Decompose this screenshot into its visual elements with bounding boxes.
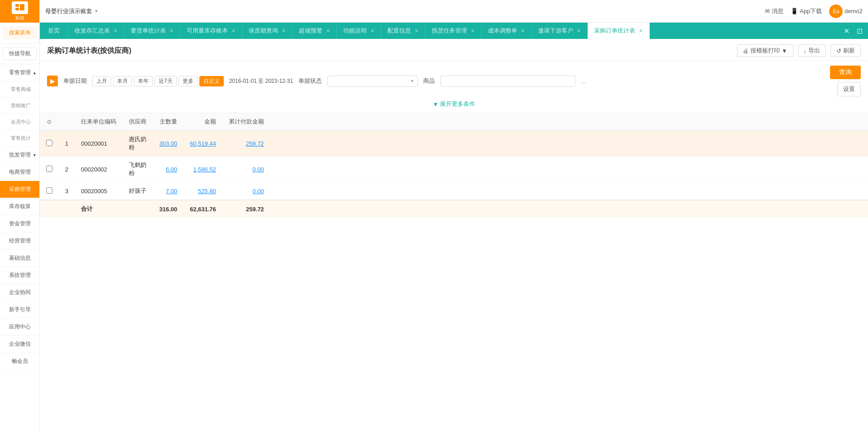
account-selector[interactable]: 母婴行业演示账套 ▼ — [45, 7, 99, 15]
refresh-button[interactable]: ↺ 刷新 — [830, 44, 861, 57]
page-title: 采购订单统计表(按供应商) — [47, 46, 132, 56]
search-menu-button[interactable]: 搜索菜单 — [3, 26, 37, 39]
cell-quantity[interactable]: 303.00 — [153, 131, 184, 157]
tab-peizhi[interactable]: 配置信息 ✕ — [381, 23, 425, 39]
sidebar-item-wechat[interactable]: 企业微信 — [0, 336, 39, 353]
cell-extra — [270, 131, 868, 157]
tab-baozhi[interactable]: 保质期查询 ✕ — [242, 23, 292, 39]
sidebar-item-appcenter[interactable]: 应用中心 — [0, 319, 39, 336]
filter-expand-row: ▼ 展开更多条件 — [47, 100, 861, 108]
tab-caigoudantongji[interactable]: 采购订单统计表 ✕ — [588, 23, 650, 39]
footer-empty-3 — [123, 200, 153, 218]
date-btn-custom[interactable]: 自定义 — [199, 76, 224, 86]
nav-restore-button[interactable]: ⊡ — [855, 27, 864, 35]
cell-checkbox[interactable] — [40, 131, 59, 157]
date-btn-this-year[interactable]: 本年 — [134, 76, 153, 86]
sidebar: 标题 搜索菜单 快捷导航 零售管理 零售商城 营销推广 会员中心 零售统计 批发… — [0, 0, 40, 433]
tab-close[interactable]: ✕ — [370, 28, 374, 34]
sidebar-item-enterprise[interactable]: 企业协同 — [0, 284, 39, 301]
date-btn-this-month[interactable]: 本月 — [113, 76, 132, 86]
app-download-button[interactable]: 📱 App下载 — [791, 7, 822, 15]
sidebar-item-marketing[interactable]: 营销推广 — [0, 98, 39, 114]
tab-chaochuyujing[interactable]: 超储预警 ✕ — [292, 23, 337, 39]
cell-paid-amount[interactable]: 0.00 — [222, 157, 270, 182]
cell-paid-amount[interactable]: 0.00 — [222, 182, 270, 200]
logo[interactable]: 标题 — [0, 0, 39, 23]
export-button[interactable]: ↓ 导出 — [798, 44, 826, 57]
footer-amount: 62,631.76 — [184, 200, 222, 218]
sidebar-item-retails-shop[interactable]: 零售商城 — [0, 81, 39, 98]
goods-more-icon[interactable]: ... — [581, 78, 586, 85]
tab-pihuo[interactable]: 拣货任务管理 ✕ — [425, 23, 481, 39]
query-button[interactable]: 查询 — [830, 66, 861, 79]
footer-quantity: 316.00 — [153, 200, 184, 218]
date-btn-7days[interactable]: 近7天 — [155, 76, 177, 86]
message-icon: ✉ — [765, 8, 770, 14]
tab-shoufahuizong[interactable]: 收发存汇总表 ✕ — [68, 23, 124, 39]
date-range-display: 2016-01-01 至 2023-12-31 — [229, 77, 293, 85]
sidebar-item-operation[interactable]: 经营管理 — [0, 233, 39, 250]
tab-yaohuodangui[interactable]: 要货单统计表 ✕ — [124, 23, 180, 39]
tab-close[interactable]: ✕ — [326, 28, 330, 34]
sidebar-item-newguide[interactable]: 新手引导 — [0, 301, 39, 319]
tab-label: 可用量库存账本 — [187, 27, 228, 35]
tab-close[interactable]: ✕ — [113, 28, 118, 34]
sidebar-item-basic[interactable]: 基础信息 — [0, 250, 39, 267]
cell-unit-code: 00020001 — [75, 131, 123, 157]
footer-empty-1 — [40, 200, 59, 218]
sidebar-item-system[interactable]: 系统管理 — [0, 267, 39, 284]
date-btn-more[interactable]: 更多 — [179, 76, 198, 86]
table-settings-icon[interactable]: ⚙ — [40, 113, 59, 131]
sidebar-item-purchase[interactable]: 采购管理 — [0, 181, 39, 198]
refresh-label: 刷新 — [843, 47, 855, 55]
sidebar-item-inventory[interactable]: 库存核算 — [0, 198, 39, 215]
cell-paid-amount[interactable]: 259.72 — [222, 131, 270, 157]
tab-close[interactable]: ✕ — [471, 28, 475, 34]
filter-toggle[interactable]: ▶ — [47, 76, 58, 86]
settings-button[interactable]: 设置 — [837, 82, 861, 96]
user-profile[interactable]: Ea demo2 — [829, 5, 863, 18]
footer-empty-2 — [59, 200, 75, 218]
tab-close[interactable]: ✕ — [170, 28, 174, 34]
expand-more-button[interactable]: ▼ 展开更多条件 — [433, 100, 475, 108]
tab-close[interactable]: ✕ — [282, 28, 286, 34]
cell-amount[interactable]: 525.80 — [184, 182, 222, 200]
cell-amount[interactable]: 1,586.52 — [184, 157, 222, 182]
cell-checkbox[interactable] — [40, 157, 59, 182]
tab-chengbentiaozhen[interactable]: 成本调整单 ✕ — [481, 23, 532, 39]
status-select[interactable] — [327, 76, 418, 87]
tab-keyongliang[interactable]: 可用量库存账本 ✕ — [180, 23, 242, 39]
tab-yaoqingyouke[interactable]: 邀请下游客户 ✕ — [532, 23, 588, 39]
sidebar-item-retail-stats[interactable]: 零售统计 — [0, 130, 39, 147]
filter-area: ▶ 单据日期 上月 本月 本年 近7天 更多 自定义 2016-01-01 至 … — [40, 61, 868, 113]
cell-quantity[interactable]: 6.00 — [153, 157, 184, 182]
tab-home[interactable]: 首页 — [40, 23, 68, 39]
sidebar-item-wholesale[interactable]: 批发管理 — [0, 147, 39, 164]
cell-checkbox[interactable] — [40, 182, 59, 200]
message-button[interactable]: ✉ 消息 — [765, 7, 783, 15]
expand-label: 展开更多条件 — [440, 100, 475, 108]
svg-rect-0 — [15, 4, 19, 7]
tab-close[interactable]: ✕ — [231, 28, 236, 34]
quicknav-button[interactable]: 快捷导航 — [3, 47, 37, 60]
sidebar-item-finance[interactable]: 资金管理 — [0, 215, 39, 233]
tab-close[interactable]: ✕ — [415, 28, 419, 34]
tab-close[interactable]: ✕ — [521, 28, 525, 34]
nav-close-button[interactable]: ✕ — [842, 27, 851, 35]
sidebar-item-members[interactable]: 会员中心 — [0, 114, 39, 130]
date-btn-last-month[interactable]: 上月 — [92, 76, 111, 86]
cell-quantity[interactable]: 7.00 — [153, 182, 184, 200]
tab-gongneng[interactable]: 功能说明 ✕ — [337, 23, 381, 39]
sidebar-item-retails[interactable]: 零售管理 — [0, 64, 39, 81]
sidebar-item-vip[interactable]: 畅会员 — [0, 353, 39, 370]
table-area: ⚙ 往来单位编码 供应商 主数量 金额 累计付款金额 1 00020001 — [40, 113, 868, 433]
print-button[interactable]: 🖨 按模板打印 ▼ — [737, 44, 793, 57]
sidebar-item-ecommerce[interactable]: 电商管理 — [0, 164, 39, 181]
goods-input[interactable] — [440, 76, 576, 87]
cell-amount[interactable]: 60,519.44 — [184, 131, 222, 157]
tab-label: 超储预警 — [299, 27, 322, 35]
svg-rect-2 — [20, 4, 24, 10]
tab-close[interactable]: ✕ — [639, 28, 643, 34]
tab-label: 收发存汇总表 — [75, 27, 110, 35]
tab-close[interactable]: ✕ — [577, 28, 581, 34]
